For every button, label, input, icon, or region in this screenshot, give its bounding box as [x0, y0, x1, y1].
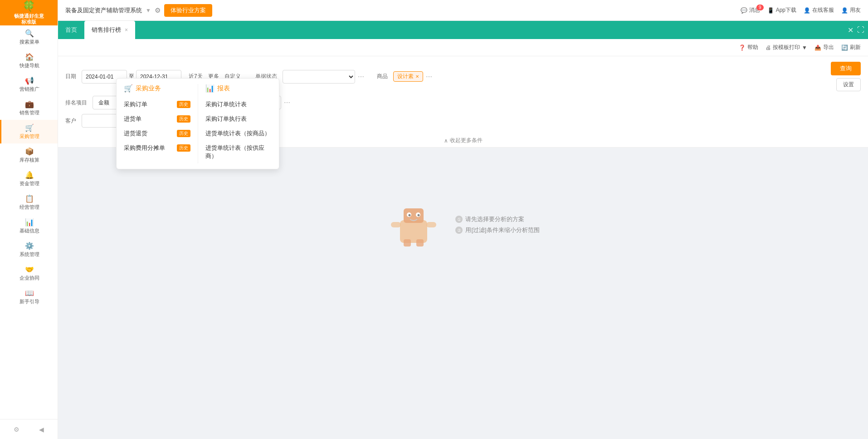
- dropdown-item-purchase-fee[interactable]: 采购费用分摊单 历史: [124, 141, 190, 155]
- online-service-btn[interactable]: 👤 在线客服: [804, 6, 834, 14]
- dropdown-item-stock-in[interactable]: 进货单 历史: [124, 112, 190, 126]
- collapse-btn[interactable]: ∧ 收起更多条件: [444, 137, 483, 144]
- purchase-header-icon: 🛒: [124, 84, 133, 93]
- dropdown-col-report: 📊 报表 采购订单统计表 采购订单执行表 进货单统计表（按商品） 进货单统计表（…: [198, 84, 279, 163]
- sidebar-item-basic-info[interactable]: 📊 基础信息: [0, 214, 58, 238]
- export-icon: 📤: [814, 44, 821, 51]
- hint-dot-1: ①: [455, 216, 463, 223]
- setting-btn[interactable]: 设置: [836, 78, 861, 91]
- goods-dots[interactable]: ⋯: [426, 73, 432, 80]
- sidebar-item-sales[interactable]: 💼 销售管理: [0, 96, 58, 120]
- empty-hint: ① 请先选择要分析的方案 ② 用[过滤]条件来缩小分析范围: [455, 215, 539, 234]
- sidebar-item-guide[interactable]: 📖 新手引导: [0, 285, 58, 309]
- salesperson-dots[interactable]: ⋯: [284, 99, 290, 106]
- tab-fullscreen-btn[interactable]: ⛶: [857, 26, 864, 34]
- purchase-icon: 🛒: [25, 123, 34, 132]
- empty-svg: [386, 202, 441, 247]
- basic-info-icon: 📊: [25, 218, 34, 227]
- sidebar-logo: 🍀 畅捷通好生意 标准版: [0, 0, 58, 25]
- print-btn[interactable]: 🖨 按模板打印 ▼: [766, 44, 807, 51]
- search-icon: 🔍: [25, 29, 34, 38]
- help-btn[interactable]: ❓ 帮助: [739, 44, 758, 51]
- report-header-icon: 📊: [205, 84, 215, 93]
- empty-hint-1: ① 请先选择要分析的方案: [455, 215, 539, 223]
- purchase-dropdown-menu: 🛒 采购业务 采购订单 历史 进货单 历史 进货退货 历史: [116, 78, 279, 169]
- user-btn[interactable]: 👤 用友: [841, 6, 861, 14]
- goods-tag: 设计素 ✕: [393, 71, 423, 82]
- sidebar-settings-btn[interactable]: ⚙: [14, 426, 20, 433]
- sidebar-item-system[interactable]: ⚙️ 系统管理: [0, 238, 58, 261]
- history-tag-3: 历史: [177, 144, 190, 152]
- phone-icon: 📱: [767, 7, 774, 14]
- refresh-btn[interactable]: 🔄 刷新: [841, 44, 861, 51]
- main-area: 装备及固定资产辅助管理系统 ▼ ⚙ 体验行业方案 💬 消息 9 📱 App下载 …: [58, 0, 868, 439]
- industry-btn[interactable]: 体验行业方案: [164, 4, 212, 17]
- tab-home[interactable]: 首页: [58, 21, 84, 39]
- dropdown-item-report-1[interactable]: 采购订单执行表: [205, 112, 272, 126]
- status-select[interactable]: [283, 70, 355, 84]
- sidebar-item-finance[interactable]: 🔔 资金管理: [0, 167, 58, 191]
- dropdown-report-header: 📊 报表: [205, 84, 272, 93]
- service-icon: 👤: [804, 7, 810, 14]
- app-download-btn[interactable]: 📱 App下载: [767, 6, 796, 14]
- sidebar: 🍀 畅捷通好生意 标准版 🔍 搜索菜单 🏠 快捷导航 📢 营销推广 💼 销售管理…: [0, 0, 58, 439]
- dropdown-item-stock-return[interactable]: 进货退货 历史: [124, 126, 190, 141]
- guide-icon: 📖: [25, 289, 34, 297]
- message-badge: 9: [756, 5, 764, 10]
- export-btn[interactable]: 📤 导出: [814, 44, 834, 51]
- history-tag-2: 历史: [177, 130, 190, 137]
- logo-icon: 🍀: [23, 0, 35, 12]
- sidebar-item-purchase[interactable]: 🛒 采购管理: [0, 120, 58, 143]
- sidebar-item-search[interactable]: 🔍 搜索菜单: [0, 25, 58, 49]
- marketing-icon: 📢: [25, 76, 34, 85]
- dropdown-item-purchase-order[interactable]: 采购订单 历史: [124, 97, 190, 112]
- svg-rect-7: [426, 222, 436, 227]
- dropdown-item-report-0[interactable]: 采购订单统计表: [205, 97, 272, 112]
- refresh-icon: 🔄: [841, 44, 848, 51]
- sidebar-item-quick-nav[interactable]: 🏠 快捷导航: [0, 49, 58, 73]
- print-dropdown-arrow[interactable]: ▼: [802, 44, 807, 51]
- sidebar-bottom: ⚙ ◀: [0, 419, 58, 439]
- query-btn[interactable]: 查询: [831, 62, 861, 75]
- inventory-icon: 📦: [25, 147, 34, 156]
- svg-point-4: [409, 214, 411, 217]
- history-tag-1: 历史: [177, 115, 190, 123]
- messages-btn[interactable]: 💬 消息 9: [741, 6, 760, 14]
- date-label: 日期: [65, 73, 76, 80]
- topbar-dropdown-arrow[interactable]: ▼: [146, 7, 151, 14]
- logo-text: 畅捷通好生意 标准版: [14, 13, 44, 25]
- svg-point-5: [418, 214, 420, 217]
- svg-rect-8: [404, 239, 411, 247]
- tab-sales-ranking[interactable]: 销售排行榜 ×: [84, 21, 135, 39]
- dropdown-item-report-3[interactable]: 进货单统计表（按供应商）: [205, 141, 272, 163]
- dropdown-cols: 🛒 采购业务 采购订单 历史 进货单 历史 进货退货 历史: [117, 84, 279, 163]
- sidebar-item-operations[interactable]: 📋 经营管理: [0, 191, 58, 214]
- goods-tag-remove[interactable]: ✕: [415, 74, 419, 79]
- home-icon: 🏠: [25, 53, 34, 61]
- sales-icon: 💼: [25, 100, 34, 109]
- tabbar: 首页 销售排行榜 × ✕ ⛶: [58, 21, 868, 39]
- enterprise-icon: 🤝: [25, 265, 34, 274]
- topbar-right: 💬 消息 9 📱 App下载 👤 在线客服 👤 用友: [741, 6, 861, 14]
- hint-dot-2: ②: [455, 227, 463, 234]
- collapse-up-icon: ∧: [444, 138, 448, 144]
- sidebar-item-inventory[interactable]: 📦 库存核算: [0, 143, 58, 167]
- svg-rect-0: [400, 220, 427, 243]
- customer-label: 客户: [65, 117, 76, 125]
- tab-close-all-btn[interactable]: ✕: [848, 26, 853, 35]
- avatar: 👤: [841, 7, 848, 14]
- sidebar-item-marketing[interactable]: 📢 营销推广: [0, 73, 58, 96]
- sidebar-item-enterprise[interactable]: 🤝 企业协同: [0, 261, 58, 285]
- toolbar-row: ❓ 帮助 🖨 按模板打印 ▼ 📤 导出 🔄 刷新: [58, 39, 868, 56]
- status-dots[interactable]: ⋯: [358, 73, 364, 80]
- tab-close-icon[interactable]: ×: [125, 27, 128, 33]
- sidebar-nav: 🔍 搜索菜单 🏠 快捷导航 📢 营销推广 💼 销售管理 🛒 采购管理 📦 库存核…: [0, 25, 58, 419]
- help-icon: ❓: [739, 44, 746, 51]
- finance-icon: 🔔: [25, 171, 34, 179]
- ranking-label: 排名项目: [65, 99, 87, 107]
- topbar: 装备及固定资产辅助管理系统 ▼ ⚙ 体验行业方案 💬 消息 9 📱 App下载 …: [58, 0, 868, 21]
- dropdown-item-report-2[interactable]: 进货单统计表（按商品）: [205, 126, 272, 141]
- sidebar-collapse-btn[interactable]: ◀: [39, 426, 44, 433]
- topbar-gear-icon[interactable]: ⚙: [155, 6, 161, 15]
- topbar-left: 装备及固定资产辅助管理系统 ▼ ⚙ 体验行业方案: [65, 4, 212, 17]
